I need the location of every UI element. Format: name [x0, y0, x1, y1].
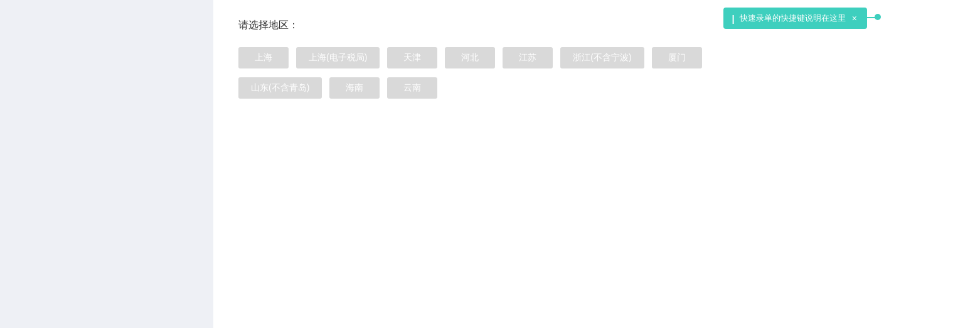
region-button[interactable]: 上海 — [238, 47, 289, 68]
main-content: 请选择地区： 上海上海(电子税局)天津河北江苏浙江(不含宁波)厦门 山东(不含青… — [213, 0, 980, 328]
region-row-2: 山东(不含青岛)海南云南 — [238, 77, 955, 99]
tooltip-bar-icon: | — [732, 13, 735, 24]
region-button[interactable]: 上海(电子税局) — [296, 47, 380, 68]
region-button[interactable]: 江苏 — [503, 47, 553, 68]
region-button[interactable]: 山东(不含青岛) — [238, 77, 322, 99]
region-button[interactable]: 天津 — [387, 47, 437, 68]
region-row-1: 上海上海(电子税局)天津河北江苏浙江(不含宁波)厦门 — [238, 47, 955, 68]
tooltip-text: 快速录单的快捷键说明在这里 — [740, 13, 846, 24]
sidebar — [0, 0, 213, 328]
tooltip-dot-indicator — [875, 14, 881, 20]
region-button[interactable]: 海南 — [329, 77, 380, 99]
tooltip-bar: | 快速录单的快捷键说明在这里 × — [723, 8, 867, 29]
region-button[interactable]: 厦门 — [652, 47, 702, 68]
region-button[interactable]: 河北 — [445, 47, 495, 68]
region-button[interactable]: 浙江(不含宁波) — [560, 47, 644, 68]
region-button[interactable]: 云南 — [387, 77, 437, 99]
tooltip-close-button[interactable]: × — [851, 14, 858, 23]
